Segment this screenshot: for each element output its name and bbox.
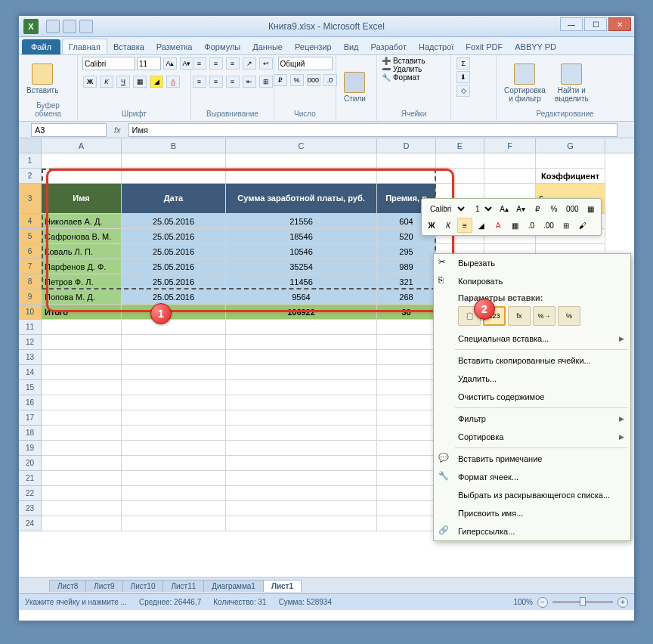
- row-header[interactable]: 9: [19, 289, 42, 305]
- cell-date[interactable]: 25.05.2016: [122, 244, 226, 259]
- cell-prem[interactable]: 321: [377, 274, 436, 289]
- zoom-out-button[interactable]: −: [537, 597, 548, 608]
- row-header[interactable]: 2: [19, 169, 42, 184]
- fx-icon[interactable]: fx: [114, 125, 121, 135]
- underline-button[interactable]: Ч: [116, 76, 130, 88]
- row-header[interactable]: 21: [19, 471, 42, 486]
- tab-foxit[interactable]: Foxit PDF: [460, 39, 509, 54]
- mini-borders[interactable]: ▦: [583, 201, 599, 216]
- cell[interactable]: [122, 305, 226, 320]
- row-header[interactable]: 7: [19, 259, 42, 274]
- number-format-select[interactable]: [278, 57, 333, 70]
- tab-abbyy[interactable]: ABBYY PD: [509, 39, 562, 54]
- ctx-clear[interactable]: Очистить содержимое: [434, 388, 630, 406]
- row-header[interactable]: 6: [19, 244, 42, 259]
- qat-redo-icon[interactable]: [79, 20, 93, 33]
- align-mid[interactable]: ≡: [209, 57, 223, 70]
- row-header[interactable]: 12: [19, 335, 42, 350]
- border-button[interactable]: ▦: [133, 76, 147, 88]
- name-box[interactable]: A3: [31, 123, 107, 137]
- insert-cells-button[interactable]: ➕Вставить: [382, 57, 425, 65]
- orientation[interactable]: ↗: [243, 57, 256, 70]
- percent[interactable]: %: [290, 74, 304, 86]
- tab-home[interactable]: Главная: [62, 39, 107, 54]
- mini-dec-dec[interactable]: .00: [540, 218, 557, 233]
- tab-formulas[interactable]: Формулы: [198, 39, 246, 54]
- font-size-select[interactable]: [137, 57, 161, 70]
- row-header[interactable]: 13: [19, 350, 42, 365]
- mini-format-painter[interactable]: 🖌: [575, 218, 590, 233]
- comma[interactable]: 000: [307, 74, 320, 86]
- paste-opt-transpose[interactable]: %→: [533, 306, 556, 326]
- row-header[interactable]: 11: [19, 320, 42, 335]
- header-name[interactable]: Имя: [42, 184, 122, 214]
- ctx-delete[interactable]: Удалить...: [434, 370, 630, 388]
- coefficient-label[interactable]: Коэффициент: [536, 169, 605, 184]
- format-cells-button[interactable]: 🔧Формат: [382, 73, 420, 82]
- italic-button[interactable]: К: [100, 76, 113, 88]
- quick-access-toolbar[interactable]: [46, 20, 93, 33]
- col-header[interactable]: A: [42, 138, 122, 153]
- cell-name[interactable]: Парфенов Д. Ф.: [42, 259, 122, 274]
- file-tab[interactable]: Файл: [22, 39, 60, 54]
- select-all-corner[interactable]: [19, 138, 42, 153]
- row-header[interactable]: 10: [19, 305, 42, 320]
- tab-review[interactable]: Рецензир: [289, 39, 338, 54]
- cell-sum[interactable]: 35254: [226, 259, 377, 274]
- fill[interactable]: ⬇: [456, 71, 470, 83]
- sheet-tab[interactable]: Лист10: [122, 580, 164, 592]
- mini-shrink-font[interactable]: A▾: [513, 201, 528, 216]
- minimize-button[interactable]: —: [560, 17, 583, 31]
- cell-prem[interactable]: 268: [377, 289, 436, 305]
- row-header[interactable]: 15: [19, 380, 42, 395]
- mini-comma[interactable]: 000: [563, 201, 582, 216]
- row-header[interactable]: 4: [19, 214, 42, 229]
- ctx-picklist[interactable]: Выбрать из раскрывающегося списка...: [434, 486, 630, 504]
- header-sum[interactable]: Сумма заработной платы, руб.: [226, 184, 377, 214]
- ctx-copy[interactable]: ⎘Копировать: [434, 272, 630, 290]
- font-color-button[interactable]: A: [166, 76, 180, 88]
- col-header[interactable]: F: [484, 138, 536, 153]
- row-header[interactable]: 3: [19, 184, 42, 214]
- cell-name[interactable]: Николаев А. Д.: [42, 214, 122, 229]
- align-left[interactable]: ≡: [193, 76, 206, 88]
- tab-data[interactable]: Данные: [246, 39, 289, 54]
- close-button[interactable]: ✕: [608, 17, 631, 31]
- row-header[interactable]: 8: [19, 274, 42, 289]
- row-header[interactable]: 5: [19, 229, 42, 244]
- wrap-text[interactable]: ↩: [259, 57, 273, 70]
- cell-sum[interactable]: 21556: [226, 214, 377, 229]
- ctx-name[interactable]: Присвоить имя...: [434, 504, 630, 522]
- worksheet-grid[interactable]: A B C D E F G 1 2Коэффициент 3ИмяДатаСум…: [19, 138, 634, 577]
- mini-dec-inc[interactable]: .0: [524, 218, 539, 233]
- row-header[interactable]: 20: [19, 456, 42, 471]
- sort-filter-button[interactable]: Сортировка и фильтр: [501, 62, 549, 104]
- inc-dec[interactable]: .0: [323, 74, 337, 86]
- cell-total-label[interactable]: Итого: [42, 305, 122, 320]
- mini-size-select[interactable]: 11: [469, 201, 495, 216]
- styles-button[interactable]: Стили: [341, 70, 369, 104]
- autosum[interactable]: Σ: [456, 57, 470, 70]
- cell-prem[interactable]: 989: [377, 259, 436, 274]
- tab-developer[interactable]: Разработ: [365, 39, 413, 54]
- col-header[interactable]: D: [377, 138, 436, 153]
- cell-date[interactable]: 25.05.2016: [122, 229, 226, 244]
- cell-name[interactable]: Коваль Л. П.: [42, 244, 122, 259]
- ctx-filter[interactable]: Фильтр▶: [434, 410, 630, 428]
- mini-currency[interactable]: ₽: [530, 201, 545, 216]
- paste-button[interactable]: Вставить: [23, 62, 61, 96]
- ctx-hyperlink[interactable]: 🔗Гиперссылка...: [434, 522, 630, 540]
- qat-save-icon[interactable]: [46, 20, 60, 33]
- cell-total-sum[interactable]: 106922: [226, 305, 377, 320]
- tab-insert[interactable]: Вставка: [107, 39, 150, 54]
- mini-merge[interactable]: ⊞: [559, 218, 574, 233]
- ctx-format-cells[interactable]: 🔧Формат ячеек...: [434, 468, 630, 486]
- align-bot[interactable]: ≡: [226, 57, 240, 70]
- row-header[interactable]: 18: [19, 426, 42, 441]
- sheet-tab[interactable]: Лист9: [85, 580, 122, 592]
- row-header[interactable]: 16: [19, 395, 42, 410]
- cell-name[interactable]: Сафронова В. М.: [42, 229, 122, 244]
- mini-bold[interactable]: Ж: [424, 218, 439, 233]
- cell-date[interactable]: 25.05.2016: [122, 259, 226, 274]
- fill-color-button[interactable]: ◢: [150, 76, 163, 88]
